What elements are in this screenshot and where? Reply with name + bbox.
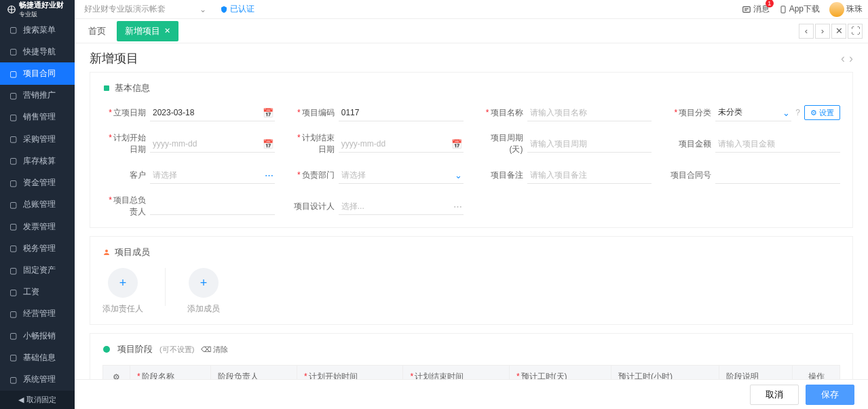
more-icon[interactable]: ⋯ — [265, 170, 273, 180]
project-designer-select[interactable] — [339, 197, 464, 215]
message-badge: 1 — [766, 0, 774, 7]
sidebar-unpin-button[interactable]: ◀取消固定 — [0, 391, 75, 409]
svg-rect-3 — [104, 85, 109, 91]
base-icon: ▢ — [8, 353, 18, 362]
calendar-icon[interactable]: 📅 — [263, 139, 273, 149]
clear-stages-button[interactable]: ⌫清除 — [201, 345, 228, 355]
tag-icon: ▢ — [8, 113, 18, 122]
svg-rect-2 — [781, 6, 785, 13]
app-download-button[interactable]: App下载 — [779, 3, 820, 15]
top-header: 畅捷通好业财 专业版 好业财专业版演示帐套 ⌄ 已认证 消息 1 App下载 — [0, 0, 868, 19]
project-code-input[interactable] — [339, 104, 464, 121]
svg-point-5 — [103, 346, 110, 353]
svg-rect-1 — [742, 6, 750, 12]
sidebar-item-12[interactable]: ▢工资 — [0, 281, 75, 303]
sidebar-item-3[interactable]: ▢营销推广 — [0, 85, 75, 106]
tab-close-all-button[interactable]: ✕ — [831, 24, 846, 39]
tab-new-project[interactable]: 新增项目 ✕ — [117, 21, 178, 41]
help-icon[interactable]: ? — [795, 108, 800, 117]
settings-button[interactable]: ⚙设置 — [804, 105, 840, 120]
phone-icon — [779, 5, 787, 14]
expense-icon: ▢ — [8, 331, 18, 340]
project-owner-input[interactable] — [150, 197, 275, 215]
add-owner-button[interactable]: + — [108, 268, 138, 298]
sidebar-item-15[interactable]: ▢基础信息 — [0, 347, 75, 368]
ledger-icon: ▢ — [8, 200, 18, 210]
message-icon — [742, 5, 751, 14]
sidebar-item-14[interactable]: ▢小畅报销 — [0, 325, 75, 347]
sidebar-item-11[interactable]: ▢固定资产 — [0, 259, 75, 281]
info-icon — [102, 84, 111, 92]
sidebar-item-1[interactable]: ▢快捷导航 — [0, 41, 75, 62]
verified-badge: 已认证 — [220, 3, 254, 15]
eraser-icon: ⌫ — [201, 345, 212, 354]
sidebar: ▢搜索菜单▢快捷导航▢项目合同▢营销推广▢销售管理▢采购管理▢库存核算▢资金管理… — [0, 19, 75, 409]
sidebar-item-7[interactable]: ▢资金管理 — [0, 172, 75, 194]
sidebar-item-2[interactable]: ▢项目合同 — [0, 62, 75, 84]
add-member-button[interactable]: + — [189, 268, 219, 298]
plan-start-input[interactable] — [150, 135, 275, 153]
doc-icon: ▢ — [8, 69, 18, 79]
svg-point-4 — [105, 250, 108, 252]
sys-icon: ▢ — [8, 375, 18, 385]
stage-icon — [102, 345, 111, 353]
chevron-down-icon: ⌄ — [200, 5, 206, 14]
messages-button[interactable]: 消息 1 — [742, 3, 770, 15]
box-icon: ▢ — [8, 156, 18, 165]
account-selector[interactable]: 好业财专业版演示帐套 ⌄ — [84, 3, 206, 15]
calendar-icon[interactable]: 📅 — [451, 139, 462, 149]
page-next-button[interactable]: › — [849, 52, 853, 66]
close-icon[interactable]: ✕ — [164, 26, 170, 35]
cart-icon: ▢ — [8, 134, 18, 144]
tab-fullscreen-button[interactable]: ⛶ — [848, 24, 863, 39]
project-amount-input[interactable] — [715, 135, 840, 153]
avatar — [829, 2, 844, 17]
page-title: 新增项目 ‹ › — [90, 50, 853, 66]
tab-home[interactable]: 首页 — [80, 21, 114, 41]
members-panel: 项目成员 + 添加责任人 + 添加成员 — [90, 236, 853, 325]
project-name-input[interactable] — [527, 104, 652, 121]
remark-input[interactable] — [527, 166, 652, 184]
calendar-icon[interactable]: 📅 — [263, 108, 273, 118]
project-period-input[interactable] — [527, 135, 652, 153]
invoice-icon: ▢ — [8, 222, 18, 231]
sidebar-item-10[interactable]: ▢税务管理 — [0, 237, 75, 259]
contract-no-input[interactable] — [715, 166, 840, 184]
sidebar-item-5[interactable]: ▢采购管理 — [0, 128, 75, 150]
project-category-select[interactable] — [715, 104, 791, 121]
sidebar-item-13[interactable]: ▢经营管理 — [0, 303, 75, 325]
sidebar-item-4[interactable]: ▢销售管理 — [0, 106, 75, 128]
chevron-down-icon[interactable]: ⌄ — [782, 108, 790, 118]
user-menu[interactable]: 珠珠 — [829, 2, 863, 17]
sidebar-item-6[interactable]: ▢库存核算 — [0, 150, 75, 172]
page-prev-button[interactable]: ‹ — [841, 52, 845, 66]
pin-icon: ◀ — [18, 395, 24, 404]
establish-date-input[interactable] — [150, 104, 275, 121]
users-icon — [102, 248, 111, 256]
basic-info-panel: 基本信息 立项日期📅 项目编码 项目名称 项目分类⌄?⚙设置 计划开始日期📅 计… — [90, 72, 853, 228]
brand-logo: 畅捷通好业财 专业版 — [0, 0, 75, 19]
tab-next-button[interactable]: › — [815, 24, 830, 39]
sidebar-item-0[interactable]: ▢搜索菜单 — [0, 19, 75, 41]
department-select[interactable] — [339, 166, 464, 184]
tab-bar: 首页 新增项目 ✕ ‹ › ✕ ⛶ — [75, 19, 868, 43]
customer-select[interactable] — [150, 166, 275, 184]
chart-icon: ▢ — [8, 309, 18, 319]
cancel-button[interactable]: 取消 — [750, 385, 799, 405]
search-icon: ▢ — [8, 25, 18, 35]
coin-icon: ▢ — [8, 178, 18, 188]
sidebar-item-9[interactable]: ▢发票管理 — [0, 216, 75, 237]
tax-icon: ▢ — [8, 244, 18, 253]
gear-icon: ⚙ — [810, 109, 817, 117]
sidebar-item-8[interactable]: ▢总账管理 — [0, 194, 75, 216]
save-button[interactable]: 保存 — [806, 385, 854, 405]
asset-icon: ▢ — [8, 266, 18, 275]
tab-prev-button[interactable]: ‹ — [799, 24, 814, 39]
plan-end-input[interactable] — [339, 135, 464, 153]
shield-icon — [220, 5, 228, 14]
footer-actions: 取消 保存 — [75, 379, 868, 409]
more-icon[interactable]: ⋯ — [453, 201, 462, 212]
gift-icon: ▢ — [8, 91, 18, 100]
chevron-down-icon[interactable]: ⌄ — [455, 170, 462, 180]
sidebar-item-16[interactable]: ▢系统管理 — [0, 369, 75, 391]
